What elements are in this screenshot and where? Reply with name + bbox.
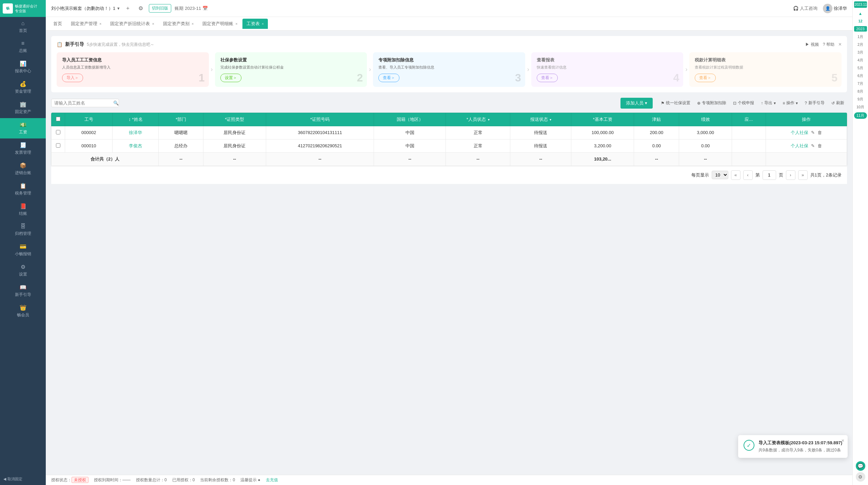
name-link[interactable]: 李俊杰	[129, 143, 142, 148]
tab-close-icon[interactable]: ×	[99, 22, 101, 26]
toast-close-btn[interactable]: ×	[842, 438, 844, 443]
feedback-btn[interactable]: 💬	[856, 461, 865, 471]
delete-icon[interactable]: 🗑	[817, 130, 822, 135]
prev-page-btn[interactable]: ‹	[743, 170, 753, 180]
step-title: 税款计算明细表	[695, 57, 836, 63]
sidebar-item-home[interactable]: ⌂ 首页	[0, 17, 46, 37]
last-page-btn[interactable]: »	[798, 170, 808, 180]
tab-fixed-detail[interactable]: 固定资产明细账 ×	[198, 19, 241, 29]
col-id-no: *证照号码	[266, 113, 374, 126]
guide-btn[interactable]: ? 新手引导	[802, 98, 827, 108]
sidebar-item-inventory[interactable]: 📦 进销台账	[0, 159, 46, 179]
page-size-select[interactable]: 10 20 50	[712, 171, 728, 179]
recharge-link[interactable]: 去充值	[266, 477, 278, 483]
delete-icon[interactable]: 🗑	[817, 143, 822, 148]
action-social[interactable]: 个人社保	[791, 130, 808, 135]
tab-close-icon[interactable]: ×	[262, 22, 264, 26]
add-person-btn[interactable]: 添加人员 ▾	[620, 98, 653, 109]
page-number-input[interactable]	[763, 170, 776, 180]
calendar-month-12[interactable]: 12	[854, 18, 867, 24]
sidebar-item-member[interactable]: 👑 畅会员	[0, 301, 46, 321]
sidebar-item-report[interactable]: 📊 报表中心	[0, 57, 46, 77]
ledger-icon: ≡	[21, 40, 24, 46]
calendar-month-7[interactable]: 7月	[854, 80, 867, 87]
apply-cell	[732, 139, 766, 152]
calendar-nav-up[interactable]: ▲	[859, 11, 863, 16]
report-status-cell: 待报送	[510, 126, 571, 139]
sidebar-item-close[interactable]: 📕 结账	[0, 200, 46, 220]
sidebar-item-settings[interactable]: ⚙ 设置	[0, 260, 46, 281]
col-name: ↕ *姓名	[113, 113, 159, 126]
sidebar-item-fixed[interactable]: 🏢 固定资产	[0, 98, 46, 118]
row-checkbox[interactable]	[56, 130, 60, 134]
tab-close-icon[interactable]: ×	[235, 22, 237, 26]
sidebar-item-salary[interactable]: 💵 工资	[0, 118, 46, 138]
settings-side-btn[interactable]: ⚙	[856, 472, 865, 482]
tab-close-icon[interactable]: ×	[192, 22, 194, 26]
next-page-btn[interactable]: ›	[786, 170, 795, 180]
account-selector[interactable]: 刘小艳演示账套（勿删勿动！）1 ▾	[51, 5, 120, 12]
export-btn[interactable]: ↑ 导出 ▾	[758, 98, 778, 108]
select-all-checkbox[interactable]	[56, 117, 60, 121]
calendar-month-11-active[interactable]: 11月	[854, 112, 867, 119]
step-btn-2[interactable]: 设置＞	[220, 74, 241, 82]
calendar-month-8[interactable]: 8月	[854, 88, 867, 95]
special-deduction-btn[interactable]: ⊕ 专项附加扣除	[694, 98, 729, 108]
step-btn-4[interactable]: 查看＞	[537, 74, 558, 82]
settings-btn[interactable]: ⚙	[136, 4, 145, 13]
period-label: 账期	[175, 5, 183, 12]
col-basic-salary: *基本工资	[571, 113, 634, 126]
page-size-label: 每页显示	[691, 172, 709, 178]
sidebar-item-invoice[interactable]: 🧾 发票管理	[0, 138, 46, 159]
calendar-month-10[interactable]: 10月	[854, 104, 867, 110]
sidebar-item-guide[interactable]: 📖 新手引导	[0, 281, 46, 301]
calendar-month-2[interactable]: 2月	[854, 41, 867, 48]
add-account-btn[interactable]: ＋	[123, 4, 133, 13]
calendar-month-1[interactable]: 1月	[854, 34, 867, 40]
sidebar-item-ledger[interactable]: ≡ 总账	[0, 37, 46, 57]
tab-fixed-category[interactable]: 固定资产类别 ×	[159, 19, 198, 29]
tab-close-icon[interactable]: ×	[152, 22, 154, 26]
social-insurance-btn[interactable]: ⚑ 统一社保设置	[658, 98, 693, 108]
operations-btn[interactable]: ≡ 操作 ▾	[780, 98, 801, 108]
sidebar-item-tax[interactable]: 📋 税务管理	[0, 179, 46, 200]
refresh-btn[interactable]: ↺ 刷新	[829, 98, 847, 108]
allowance-cell: 0.00	[634, 139, 679, 152]
edit-icon[interactable]: ✎	[811, 143, 815, 148]
step-number: 2	[357, 72, 363, 84]
first-page-btn[interactable]: «	[731, 170, 741, 180]
step-btn-5[interactable]: 查看＞	[695, 74, 716, 82]
tax-report-btn[interactable]: ⊡ 个税申报	[730, 98, 757, 108]
edit-icon[interactable]: ✎	[811, 130, 815, 135]
row-checkbox[interactable]	[56, 143, 60, 148]
help-link[interactable]: ? 帮助	[823, 42, 834, 48]
sidebar-item-expense[interactable]: 💳 小畅报销	[0, 240, 46, 260]
step-btn-1[interactable]: 导入＞	[62, 74, 83, 82]
video-link[interactable]: ▶ 视频	[805, 42, 818, 48]
sidebar-item-archive[interactable]: 🗄 归档管理	[0, 220, 46, 240]
tab-salary[interactable]: 工资表 ×	[242, 19, 268, 29]
sidebar-collapse-btn[interactable]: ◀ 取消固定	[0, 473, 46, 485]
search-icon: 🔍	[113, 100, 119, 106]
step-btn-3[interactable]: 查看＞	[378, 74, 399, 82]
user-info[interactable]: 👤 徐泽华	[823, 4, 847, 13]
tab-home[interactable]: 首页	[49, 19, 66, 29]
service-btn[interactable]: 🎧 人工咨询	[793, 5, 817, 12]
version-switch-btn[interactable]: 切到旧版	[149, 4, 171, 13]
tab-fixed-depreciation[interactable]: 固定资产折旧统计表 ×	[106, 19, 158, 29]
guide-close-btn[interactable]: ×	[839, 41, 842, 48]
tab-fixed-assets[interactable]: 固定资产管理 ×	[67, 19, 105, 29]
calendar-month-3[interactable]: 3月	[854, 49, 867, 56]
performance-cell: 0.00	[679, 139, 732, 152]
sidebar-item-fund[interactable]: 💰 资金管理	[0, 77, 46, 98]
calendar-year-2023: 2023	[854, 26, 867, 32]
calendar-month-4[interactable]: 4月	[854, 57, 867, 63]
action-social[interactable]: 个人社保	[791, 143, 808, 148]
guide-step-3: 专项附加扣除信息 查看、导入员工专项附加扣除信息 查看＞ 3	[373, 52, 525, 87]
calendar-month-6[interactable]: 6月	[854, 73, 867, 79]
nationality-cell: 中国	[374, 126, 446, 139]
calendar-month-5[interactable]: 5月	[854, 65, 867, 71]
name-link[interactable]: 徐泽华	[129, 130, 142, 135]
search-input[interactable]	[54, 100, 111, 106]
calendar-month-9[interactable]: 9月	[854, 96, 867, 102]
